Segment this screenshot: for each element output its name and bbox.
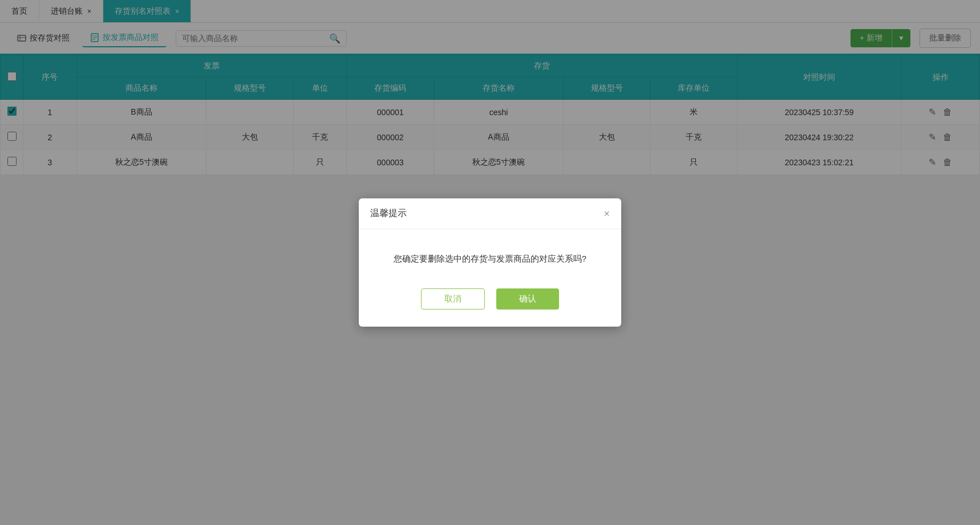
dialog-overlay: 温馨提示 × 您确定要删除选中的存货与发票商品的对应关系吗? 取消 确认 — [0, 0, 980, 175]
